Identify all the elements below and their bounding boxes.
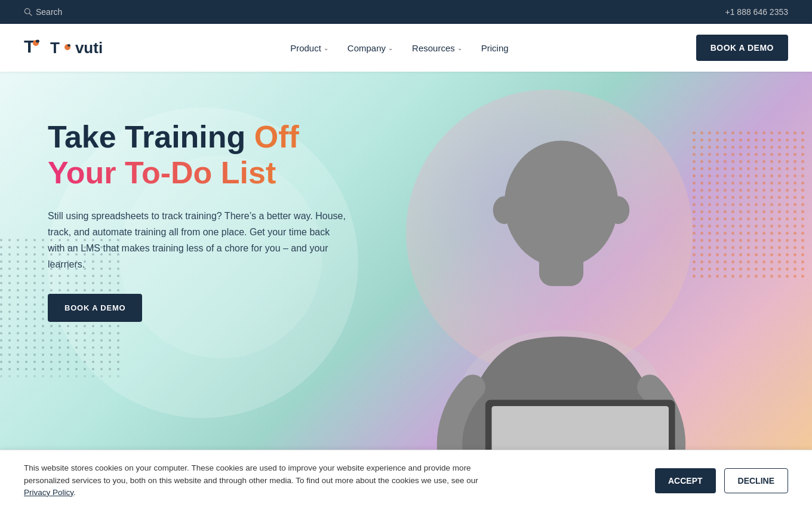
chevron-down-icon: ⌄	[324, 45, 328, 51]
cookie-text: This website stores cookies on your comp…	[24, 462, 502, 499]
hero-person-image	[346, 72, 776, 513]
svg-point-16	[493, 196, 516, 225]
hero-title-line2: Your To-Do List	[48, 155, 276, 190]
nav-item-pricing[interactable]: Pricing	[474, 38, 516, 58]
hero-title-off: Off	[254, 119, 299, 154]
accept-cookies-button[interactable]: ACCEPT	[655, 468, 716, 493]
svg-point-15	[607, 196, 629, 225]
logo-icon: T	[24, 37, 45, 59]
cookie-banner: This website stores cookies on your comp…	[0, 450, 812, 513]
cookie-actions: ACCEPT DECLINE	[655, 468, 788, 493]
nav-links: Product ⌄ Company ⌄ Resources ⌄ Pricing	[283, 38, 515, 58]
svg-text:T: T	[24, 37, 35, 56]
chevron-down-icon: ⌄	[457, 45, 462, 51]
hero-section: Take Training Off Your To-Do List Still …	[0, 72, 812, 513]
nav-item-resources[interactable]: Resources ⌄	[405, 38, 469, 58]
search-label: Search	[36, 7, 62, 17]
hero-description: Still using spreadsheets to track traini…	[48, 208, 346, 273]
person-illustration	[346, 72, 776, 513]
logo[interactable]: T T vuti	[24, 37, 103, 59]
search-icon	[24, 8, 32, 16]
svg-point-6	[67, 44, 70, 47]
chevron-down-icon: ⌄	[388, 45, 393, 51]
privacy-policy-link[interactable]: Privacy Policy	[24, 488, 73, 497]
logo-text: T	[50, 39, 60, 57]
main-nav: T T vuti Product ⌄ Company ⌄ Resources ⌄	[0, 24, 812, 72]
hero-content: Take Training Off Your To-Do List Still …	[48, 119, 394, 322]
nav-item-company[interactable]: Company ⌄	[340, 38, 400, 58]
book-demo-hero-button[interactable]: BOOK A DEMO	[48, 294, 142, 322]
search-trigger[interactable]: Search	[24, 7, 62, 17]
book-demo-nav-button[interactable]: BOOK A DEMO	[696, 35, 788, 61]
hero-title-line1: Take Training Off	[48, 119, 299, 154]
logo-text-rest: vuti	[75, 39, 103, 57]
hero-title: Take Training Off Your To-Do List	[48, 119, 394, 191]
logo-icon-dot	[63, 42, 72, 53]
top-bar: Search +1 888 646 2353	[0, 0, 812, 24]
phone-number[interactable]: +1 888 646 2353	[725, 7, 789, 17]
svg-point-9	[505, 140, 619, 267]
nav-item-product[interactable]: Product ⌄	[283, 38, 336, 58]
svg-point-4	[36, 40, 39, 43]
svg-line-1	[29, 13, 32, 16]
decline-cookies-button[interactable]: DECLINE	[724, 468, 788, 493]
